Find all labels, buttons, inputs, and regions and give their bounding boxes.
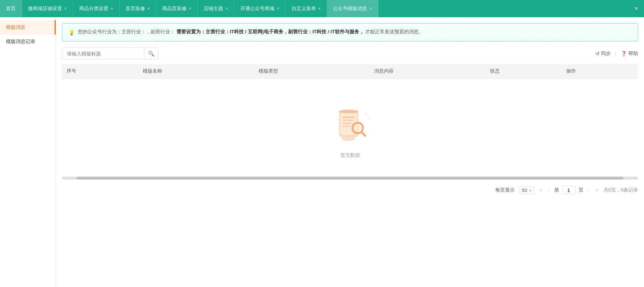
sidebar-item-template-message[interactable]: 模版消息 <box>0 20 56 34</box>
help-button[interactable]: ❓ 帮助 <box>621 50 638 57</box>
nav-tab-store-theme[interactable]: 店铺主题 × <box>198 0 234 17</box>
nav-tab-store-settings[interactable]: 微商城店铺设置 × <box>22 0 73 17</box>
col-name: 模版名称 <box>138 64 254 79</box>
col-status: 状态 <box>486 64 562 79</box>
page-label-text: 第 <box>554 187 559 193</box>
sidebar: 模版消息 模版消息记录 <box>0 17 56 287</box>
close-store-settings[interactable]: × <box>64 6 67 11</box>
search-icon: 🔍 <box>148 51 154 57</box>
empty-text: 暂无数据 <box>341 152 360 159</box>
per-page-select[interactable]: 50 ∨ <box>519 186 534 194</box>
close-custom-menu[interactable]: × <box>318 6 321 11</box>
horizontal-scrollbar[interactable] <box>62 177 638 180</box>
per-page-chevron: ∨ <box>529 188 531 192</box>
nav-tab-open-mall[interactable]: 开通公众号商城 × <box>234 0 286 17</box>
data-table: 序号 模版名称 模版类型 消息内容 状态 操作 <box>62 64 638 174</box>
sync-button[interactable]: ↺ 同步 <box>595 50 611 57</box>
close-open-mall[interactable]: × <box>277 6 279 11</box>
sync-icon: ↺ <box>595 51 600 57</box>
page-total: 共0页，0条记录 <box>604 187 638 193</box>
notice-box: 💡 您的公众号行业为：主营行业：，副营行业： 需要设置为：主营行业：IT科技 /… <box>62 23 638 42</box>
search-bar: 🔍 ↺ 同步 | ❓ 帮助 <box>62 48 638 59</box>
per-page-value: 50 <box>522 187 527 193</box>
svg-point-11 <box>365 113 367 115</box>
svg-point-9 <box>354 125 361 131</box>
nav-tab-home-decor[interactable]: 首页装修 × <box>120 0 156 17</box>
close-product-decor[interactable]: × <box>189 6 191 11</box>
col-index: 序号 <box>62 64 138 79</box>
next-page-btn[interactable]: › <box>586 187 591 193</box>
search-button[interactable]: 🔍 <box>144 48 158 59</box>
pagination: 每页显示 50 ∨ ⊲ ‹ 第 页 › ⊳ 共0页，0条记录 <box>62 183 638 198</box>
prev-page-btn[interactable]: ‹ <box>547 187 551 193</box>
nav-tab-custom-menu[interactable]: 自定义菜单 × <box>286 0 327 17</box>
help-icon: ❓ <box>621 51 627 57</box>
scrollbar-thumb <box>77 177 624 180</box>
content-area: 💡 您的公众号行业为：主营行业：，副营行业： 需要设置为：主营行业：IT科技 /… <box>56 17 644 287</box>
col-type: 模版类型 <box>254 64 370 79</box>
svg-rect-6 <box>343 126 350 127</box>
close-store-theme[interactable]: × <box>225 6 228 11</box>
col-action: 操作 <box>562 64 638 79</box>
svg-point-7 <box>339 110 358 113</box>
main-layout: 模版消息 模版消息记录 💡 您的公众号行业为：主营行业：，副营行业： 需要设置为… <box>0 17 644 287</box>
svg-point-12 <box>367 117 369 119</box>
page-unit: 页 <box>579 187 583 193</box>
nav-tab-product-decor[interactable]: 商品页装修 × <box>156 0 198 17</box>
nav-tab-product-category[interactable]: 商品分类设置 × <box>73 0 120 17</box>
svg-point-13 <box>336 119 338 120</box>
empty-state: 暂无数据 <box>62 79 638 174</box>
notice-text: 您的公众号行业为：主营行业：，副营行业： 需要设置为：主营行业：IT科技 / 互… <box>78 28 423 36</box>
top-nav: 首页 微商城店铺设置 × 商品分类设置 × 首页装修 × 商品页装修 × 店铺主… <box>0 0 644 17</box>
col-content: 消息内容 <box>370 64 486 79</box>
page-input[interactable] <box>562 186 576 195</box>
search-input[interactable] <box>62 48 144 59</box>
per-page-label: 每页显示 <box>495 187 515 193</box>
table-header-row: 序号 模版名称 模版类型 消息内容 状态 操作 <box>62 64 638 79</box>
svg-line-10 <box>361 132 365 136</box>
close-template-msg[interactable]: × <box>369 6 372 11</box>
empty-illustration <box>328 101 373 146</box>
sidebar-item-template-record[interactable]: 模版消息记录 <box>0 34 56 49</box>
nav-tab-template-msg[interactable]: 公众号模版消息 × <box>327 0 378 17</box>
svg-rect-3 <box>343 117 355 118</box>
first-page-btn[interactable]: ⊲ <box>537 187 544 193</box>
svg-rect-5 <box>343 123 352 124</box>
bulb-icon: 💡 <box>68 28 75 37</box>
close-product-category[interactable]: × <box>111 6 113 11</box>
last-page-btn[interactable]: ⊳ <box>594 187 601 193</box>
close-all-button[interactable]: × <box>629 5 644 12</box>
toolbar-right: ↺ 同步 | ❓ 帮助 <box>595 50 638 57</box>
toolbar-divider: | <box>615 51 616 57</box>
svg-rect-4 <box>343 120 353 121</box>
close-home-decor[interactable]: × <box>147 6 150 11</box>
nav-tab-home[interactable]: 首页 <box>0 0 22 17</box>
